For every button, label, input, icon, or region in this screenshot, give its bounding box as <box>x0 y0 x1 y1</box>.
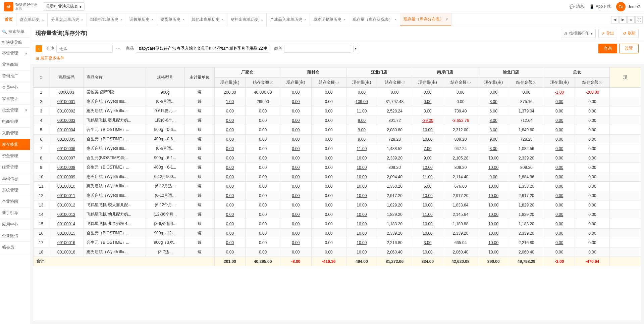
cell-jb-qty[interactable]: 10.00 <box>346 191 377 200</box>
cell-yb-qty[interactable]: 10.00 <box>478 229 509 238</box>
cell-jb-qty[interactable]: 10.00 <box>346 247 377 257</box>
cell-tot-qty[interactable]: 0.00 <box>544 219 575 229</box>
cell-jb-qty[interactable]: 0.00 <box>346 88 377 97</box>
cell-fac-qty[interactable]: 0.00 <box>214 200 245 210</box>
cell-vil-qty[interactable]: 0.00 <box>280 144 311 153</box>
close-tab-allocation[interactable]: × <box>152 18 154 21</box>
cell-fac-qty[interactable]: 200.00 <box>214 88 245 97</box>
filter-expand-btn[interactable]: ⊞ 展开更多条件 <box>36 55 639 61</box>
print-btn[interactable]: 🖨 按模版打印 ▾ <box>561 29 596 38</box>
cell-yb-qty[interactable]: 10.00 <box>478 219 509 229</box>
cell-vil-qty[interactable]: 0.00 <box>280 125 311 135</box>
cell-jb-qty[interactable]: 10.00 <box>346 200 377 210</box>
cell-vil-qty[interactable]: 0.00 <box>280 200 311 210</box>
cell-na-qty[interactable]: 7.00 <box>412 144 443 153</box>
cell-fac-qty[interactable]: 0.00 <box>214 191 245 200</box>
tab-product-in[interactable]: 产成品入库单历史 × <box>267 13 310 26</box>
cell-code[interactable]: 00100018 <box>49 247 84 257</box>
setting-btn[interactable]: 设置 <box>619 44 639 53</box>
sidebar-item-purchase[interactable]: 采购管理 <box>0 128 30 139</box>
sidebar-item-operation[interactable]: 经营管理 <box>0 162 30 173</box>
sidebar-item-wholesale[interactable]: 批发管理 ▼ <box>0 105 30 116</box>
nav-close-all-btn[interactable]: × <box>627 16 635 24</box>
cell-vil-qty[interactable]: 0.00 <box>280 210 311 219</box>
cell-tot-qty[interactable]: 0.00 <box>544 200 575 210</box>
cell-na-qty[interactable]: 11.00 <box>412 210 443 219</box>
cell-yb-qty[interactable]: 0.00 <box>478 88 509 97</box>
cell-yb-qty[interactable]: 8.00 <box>478 116 509 125</box>
sidebar-item-guide[interactable]: 新手引导 <box>0 207 30 219</box>
cell-fac-qty[interactable]: 1.00 <box>214 97 245 106</box>
cell-jb-qty[interactable]: 11.00 <box>346 106 377 116</box>
user-area[interactable]: Ea demo2 <box>616 2 640 11</box>
cell-na-qty[interactable]: 10.00 <box>412 125 443 135</box>
cell-tot-qty[interactable]: 0.00 <box>544 135 575 144</box>
sidebar-item-member2[interactable]: 畅会员 <box>0 242 30 253</box>
close-tab-kit-disassemble[interactable]: × <box>120 18 122 21</box>
color-dropdown-btn[interactable]: ▾ <box>353 45 358 52</box>
cell-na-qty[interactable]: 10.00 <box>412 163 443 172</box>
tab-material-out[interactable]: 材料出库单历史 × <box>227 13 267 26</box>
sidebar-item-retail-shop[interactable]: 零售商城 <box>0 59 30 71</box>
cell-yb-qty[interactable]: 9.00 <box>478 135 509 144</box>
tab-other-out[interactable]: 其他出库单历史 × <box>188 13 227 26</box>
close-tab-stocktake[interactable]: × <box>42 18 44 21</box>
cell-jb-qty[interactable]: 9.00 <box>346 116 377 125</box>
cell-jb-qty[interactable]: 9.00 <box>346 125 377 135</box>
close-tab-product-in[interactable]: × <box>304 18 306 21</box>
cell-yb-qty[interactable]: 10.00 <box>478 182 509 191</box>
sidebar-item-retail-mgmt[interactable]: 零售管理 ▲ <box>0 48 30 59</box>
sidebar-item-marketing[interactable]: 营销推广 <box>0 71 30 82</box>
cell-na-qty[interactable]: 10.00 <box>412 247 443 257</box>
cell-jb-qty[interactable]: 10.00 <box>346 238 377 247</box>
cell-na-qty[interactable]: 9.00 <box>412 153 443 163</box>
cell-tot-qty[interactable]: -1.00 <box>544 88 575 97</box>
cell-yb-qty[interactable]: 10.00 <box>478 210 509 219</box>
cell-code[interactable]: 00100002 <box>49 106 84 116</box>
close-tab-stock-status[interactable]: × <box>395 18 397 21</box>
close-tab-material-out[interactable]: × <box>261 18 263 21</box>
sidebar-item-member[interactable]: 会员中心 <box>0 82 30 93</box>
cell-tot-qty[interactable]: 0.00 <box>544 191 575 200</box>
app-download-btn[interactable]: 📱 App下载 <box>589 4 611 9</box>
cell-jb-qty[interactable]: 11.00 <box>346 144 377 153</box>
cell-code[interactable]: 00100008 <box>49 163 84 172</box>
cell-yb-qty[interactable]: 10.00 <box>478 247 509 257</box>
cell-tot-qty[interactable]: 0.00 <box>544 238 575 247</box>
cell-code[interactable]: 00100013 <box>49 210 84 219</box>
query-btn[interactable]: 查询 <box>598 44 617 53</box>
cell-tot-qty[interactable]: 0.00 <box>544 97 575 106</box>
cell-fac-qty[interactable]: 0.00 <box>214 182 245 191</box>
cell-vil-qty[interactable]: 0.00 <box>280 106 311 116</box>
cell-yb-qty[interactable]: 10.00 <box>478 153 509 163</box>
vil-amt-info-icon[interactable]: ⓘ <box>335 81 339 84</box>
cell-fac-qty[interactable]: 0.00 <box>214 163 245 172</box>
close-tab-order[interactable]: × <box>182 18 184 21</box>
tab-branch-stocktake[interactable]: 分量盘点单历史 × <box>48 13 87 26</box>
cell-tot-qty[interactable]: 0.00 <box>544 172 575 182</box>
cell-code[interactable]: 00100012 <box>49 200 84 210</box>
cell-code[interactable]: 00100010 <box>49 182 84 191</box>
tab-stock-dist[interactable]: 现存量（库存分布表） × <box>400 13 451 26</box>
tab-stocktake[interactable]: 盘点单历史 × <box>16 13 48 26</box>
cell-vil-qty[interactable]: 0.00 <box>280 229 311 238</box>
cell-jb-qty[interactable]: 10.00 <box>346 172 377 182</box>
fac-amt-info-icon[interactable]: ⓘ <box>270 81 273 84</box>
cell-fac-qty[interactable]: 0.00 <box>214 210 245 219</box>
cell-na-qty[interactable]: 0.00 <box>412 97 443 106</box>
nav-prev-btn[interactable]: ◀ <box>611 16 619 24</box>
cell-vil-qty[interactable]: 0.00 <box>280 116 311 125</box>
cell-tot-qty[interactable]: 0.00 <box>544 182 575 191</box>
cell-tot-qty[interactable]: 0.00 <box>544 116 575 125</box>
sidebar-item-basic[interactable]: 基础信息 <box>0 173 30 185</box>
cell-tot-qty[interactable]: 0.00 <box>544 153 575 163</box>
cell-code[interactable]: 00100014 <box>49 219 84 229</box>
close-tab-other-out[interactable]: × <box>222 18 224 21</box>
cell-code[interactable]: 00100016 <box>49 238 84 247</box>
cell-vil-qty[interactable]: 0.00 <box>280 238 311 247</box>
cell-code[interactable]: 00100011 <box>49 191 84 200</box>
cell-fac-qty[interactable]: 0.00 <box>214 144 245 153</box>
cell-tot-qty[interactable]: 0.00 <box>544 144 575 153</box>
sidebar-item-retail-stats[interactable]: 零售统计 <box>0 93 30 105</box>
sidebar-item-wechat[interactable]: 企业微信 <box>0 230 30 242</box>
